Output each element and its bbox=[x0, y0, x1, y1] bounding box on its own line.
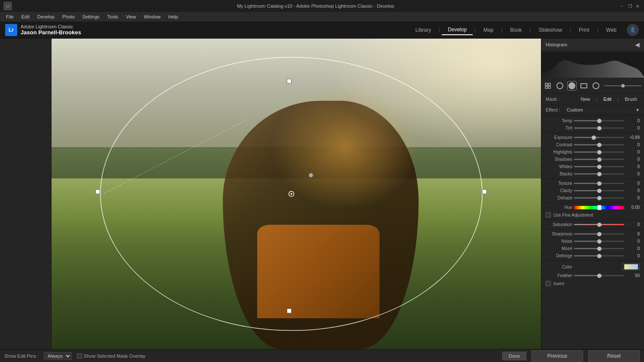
tint-row: Tint 0 bbox=[541, 124, 644, 132]
contrast-row: Contrast 0 bbox=[541, 141, 644, 148]
temp-slider[interactable] bbox=[574, 120, 624, 121]
temp-value: 0 bbox=[626, 118, 640, 123]
defringe-slider[interactable] bbox=[574, 255, 624, 256]
tool-circle-icon[interactable] bbox=[555, 81, 565, 90]
saturation-label: Saturation bbox=[546, 222, 572, 227]
highlights-slider[interactable] bbox=[574, 151, 624, 153]
effect-dropdown-icon[interactable]: ▼ bbox=[635, 108, 640, 112]
show-mask-overlay-row: Show Selected Mask Overlay bbox=[77, 353, 146, 359]
edit-button[interactable]: Edit bbox=[601, 96, 614, 103]
histogram-toggle[interactable]: ◀ bbox=[635, 41, 640, 48]
nav-map[interactable]: Map bbox=[477, 25, 499, 35]
close-button[interactable]: ✕ bbox=[635, 3, 641, 9]
moire-row: Moiré 0 bbox=[541, 245, 644, 252]
menu-edit[interactable]: Edit bbox=[18, 13, 33, 20]
bottom-bar: Show Edit Pins : Always Show Selected Ma… bbox=[0, 349, 644, 362]
nav-slideshow[interactable]: Slideshow bbox=[532, 25, 568, 35]
texture-row: Texture 0 bbox=[541, 180, 644, 187]
app-icon: Lr bbox=[3, 2, 12, 10]
temp-label: Temp bbox=[546, 118, 572, 123]
contrast-slider[interactable] bbox=[574, 144, 624, 145]
fine-adjustment-checkbox[interactable] bbox=[546, 212, 551, 217]
whites-value: 0 bbox=[626, 164, 640, 169]
clarity-value: 0 bbox=[626, 188, 640, 193]
color-row: Color bbox=[541, 262, 644, 272]
menu-window[interactable]: Window bbox=[140, 13, 164, 20]
dehaze-slider[interactable] bbox=[574, 197, 624, 199]
hue-row: Hue 0.00 bbox=[541, 204, 644, 211]
user-icon[interactable]: 👤 bbox=[627, 24, 639, 36]
svg-rect-11 bbox=[545, 86, 547, 88]
photo-area[interactable] bbox=[52, 39, 541, 349]
sharpness-value: 0 bbox=[626, 232, 640, 236]
tint-value: 0 bbox=[626, 126, 640, 130]
exposure-label: Exposure bbox=[546, 135, 572, 140]
tool-rect-icon[interactable] bbox=[579, 81, 589, 90]
svg-rect-10 bbox=[548, 83, 550, 85]
exposure-slider[interactable] bbox=[574, 137, 624, 138]
nav-web[interactable]: Web bbox=[600, 25, 623, 35]
hue-slider[interactable] bbox=[574, 206, 624, 209]
invert-checkbox[interactable] bbox=[546, 281, 551, 286]
shadows-label: Shadows bbox=[546, 157, 572, 162]
tool-grid-icon[interactable] bbox=[543, 81, 553, 90]
show-mask-overlay-label: Show Selected Mask Overlay bbox=[84, 353, 146, 359]
moire-slider[interactable] bbox=[574, 248, 624, 249]
feather-label: Feather bbox=[546, 273, 572, 278]
brush-button[interactable]: Brush bbox=[622, 96, 640, 103]
nav-links: Library | Develop | Map | Book | Slidesh… bbox=[410, 24, 639, 36]
always-select[interactable]: Always bbox=[44, 352, 72, 360]
menu-settings[interactable]: Settings bbox=[79, 13, 103, 20]
histogram-chart bbox=[541, 52, 644, 78]
clarity-slider[interactable] bbox=[574, 190, 624, 191]
feather-slider[interactable] bbox=[574, 275, 624, 276]
mask-row: Mask : New | Edit | Brush bbox=[541, 94, 644, 105]
menu-file[interactable]: File bbox=[3, 13, 17, 20]
minimize-button[interactable]: − bbox=[619, 3, 625, 9]
effect-value[interactable]: Custom bbox=[567, 107, 634, 112]
moire-label: Moiré bbox=[546, 246, 572, 251]
blacks-slider[interactable] bbox=[574, 173, 624, 175]
menu-develop[interactable]: Develop bbox=[34, 13, 58, 20]
menu-help[interactable]: Help bbox=[165, 13, 182, 20]
mask-label: Mask : bbox=[546, 97, 575, 102]
previous-button[interactable]: Previous bbox=[532, 350, 583, 362]
exposure-value: −0.89 bbox=[626, 135, 640, 140]
feather-value: 50 bbox=[626, 273, 640, 278]
blacks-row: Blacks 0 bbox=[541, 170, 644, 178]
texture-slider[interactable] bbox=[574, 183, 624, 184]
tool-slider[interactable] bbox=[604, 85, 641, 86]
saturation-slider[interactable] bbox=[574, 224, 624, 225]
show-mask-overlay-checkbox[interactable] bbox=[77, 353, 82, 359]
blacks-value: 0 bbox=[626, 172, 640, 176]
sharpness-slider[interactable] bbox=[574, 233, 624, 235]
nav-library[interactable]: Library bbox=[410, 25, 437, 35]
nav-print[interactable]: Print bbox=[573, 25, 595, 35]
restore-button[interactable]: ❐ bbox=[627, 3, 633, 9]
menu-view[interactable]: View bbox=[122, 13, 140, 20]
menu-tools[interactable]: Tools bbox=[104, 13, 122, 20]
texture-label: Texture bbox=[546, 181, 572, 186]
sharpness-row: Sharpness 0 bbox=[541, 230, 644, 238]
svg-rect-12 bbox=[548, 86, 550, 88]
menu-photo[interactable]: Photo bbox=[59, 13, 78, 20]
done-button[interactable]: Done bbox=[502, 352, 526, 360]
color-swatch[interactable] bbox=[623, 263, 640, 270]
contrast-value: 0 bbox=[626, 142, 640, 147]
nav-develop[interactable]: Develop bbox=[442, 25, 473, 35]
effect-row: Effect : Custom ▼ bbox=[541, 105, 644, 115]
shadows-slider[interactable] bbox=[574, 159, 624, 160]
tool-circle-fill-icon[interactable] bbox=[567, 81, 577, 90]
fine-adjustment-row: Use Fine Adjustment bbox=[541, 211, 644, 219]
texture-value: 0 bbox=[626, 181, 640, 186]
reset-button[interactable]: Reset bbox=[588, 350, 640, 362]
noise-slider[interactable] bbox=[574, 241, 624, 242]
new-button[interactable]: New bbox=[578, 96, 593, 103]
whites-slider[interactable] bbox=[574, 166, 624, 167]
tint-slider[interactable] bbox=[574, 127, 624, 129]
window-title: My Lightroom Catalog-v10 - Adobe Photosh… bbox=[12, 3, 619, 9]
tool-circle-dot-icon[interactable] bbox=[591, 81, 601, 90]
nav-book[interactable]: Book bbox=[504, 25, 528, 35]
defringe-value: 0 bbox=[626, 253, 640, 258]
saturation-value: 0 bbox=[626, 222, 640, 227]
